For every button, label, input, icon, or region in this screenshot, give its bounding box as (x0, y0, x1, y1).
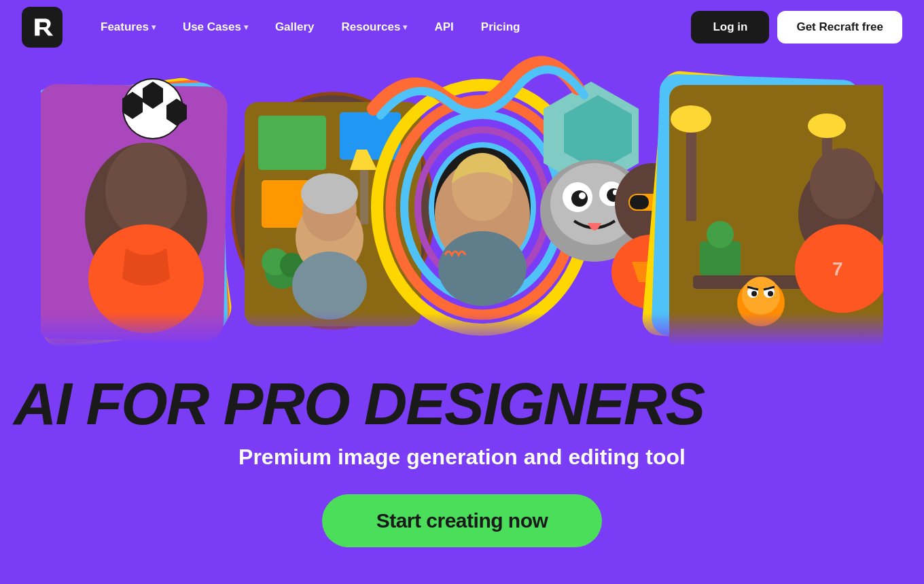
svg-point-63 (810, 148, 875, 219)
get-recraft-free-button[interactable]: Get Recraft free (777, 11, 902, 44)
hero-subheadline: Premium image generation and editing too… (0, 445, 924, 470)
nav-features[interactable]: Features ▾ (90, 15, 166, 39)
hero-text-section: AI FOR PRO DESIGNERS Premium image gener… (0, 347, 924, 584)
login-button[interactable]: Log in (691, 11, 769, 44)
svg-point-35 (438, 231, 527, 306)
svg-point-67 (742, 277, 780, 315)
svg-point-71 (768, 291, 773, 296)
chevron-down-icon: ▾ (403, 22, 407, 32)
start-creating-button[interactable]: Start creating now (322, 494, 603, 547)
hero-headline: AI FOR PRO DESIGNERS (0, 374, 924, 434)
svg-point-61 (707, 221, 734, 248)
svg-rect-16 (258, 116, 326, 170)
svg-point-58 (808, 114, 846, 138)
svg-point-27 (292, 252, 367, 320)
svg-rect-55 (686, 119, 696, 221)
nav-use-cases[interactable]: Use Cases ▾ (172, 15, 259, 39)
collage-svg: 7 (0, 54, 924, 347)
svg-rect-19 (360, 170, 368, 224)
navbar: Features ▾ Use Cases ▾ Gallery Resources… (0, 0, 924, 54)
nav-actions: Log in Get Recraft free (691, 11, 902, 44)
svg-rect-73 (883, 54, 924, 347)
svg-rect-74 (0, 313, 924, 347)
logo[interactable] (22, 7, 63, 48)
chevron-down-icon: ▾ (152, 22, 156, 32)
chevron-down-icon: ▾ (244, 22, 248, 32)
svg-rect-72 (0, 54, 41, 347)
svg-point-11 (105, 143, 187, 238)
nav-api[interactable]: API (423, 15, 464, 39)
nav-pricing[interactable]: Pricing (470, 15, 531, 39)
svg-point-56 (671, 105, 711, 133)
nav-resources[interactable]: Resources ▾ (331, 15, 419, 39)
svg-point-26 (301, 173, 358, 214)
hero-image-collage: 7 (0, 54, 924, 347)
logo-icon (30, 15, 54, 39)
svg-text:7: 7 (832, 258, 843, 279)
svg-point-44 (579, 192, 586, 199)
nav-gallery[interactable]: Gallery (264, 15, 325, 39)
svg-rect-48 (630, 195, 649, 209)
svg-point-70 (751, 291, 757, 296)
nav-links: Features ▾ Use Cases ▾ Gallery Resources… (90, 15, 691, 39)
svg-point-42 (571, 190, 588, 207)
